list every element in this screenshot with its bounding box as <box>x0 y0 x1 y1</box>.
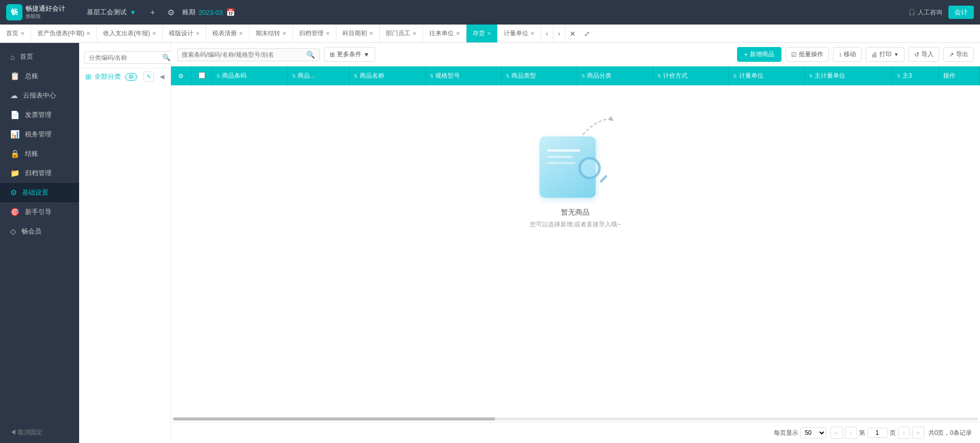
tab-next-button[interactable]: › <box>553 25 566 43</box>
more-filter-button[interactable]: ⊞ 更多条件 ▼ <box>324 47 375 62</box>
tab-inventory[interactable]: 存货 ✕ <box>467 25 498 42</box>
tab-tax[interactable]: 税表清册 ✕ <box>206 25 250 42</box>
all-category-item[interactable]: ⊞ 全部分类 ⚙ ✎ ◀ <box>79 68 170 85</box>
horizontal-scrollbar[interactable] <box>171 416 980 422</box>
add-tab-button[interactable]: ＋ <box>145 5 160 19</box>
last-page-button[interactable]: » <box>912 427 924 439</box>
tab-unit-close[interactable]: ✕ <box>530 31 534 36</box>
sidebar-item-home[interactable]: ⌂ 首页 <box>0 47 79 66</box>
sidebar-label-ledger: 总账 <box>25 72 38 81</box>
sidebar-unpin-button[interactable]: ◀ 取消固定 <box>0 422 79 443</box>
tab-archive-close[interactable]: ✕ <box>326 31 330 36</box>
th-barcode[interactable]: ⇅ 商品条码 <box>212 66 288 85</box>
tab-income[interactable]: 收入支出表(年报) ✕ <box>97 25 163 42</box>
tab-close-all-button[interactable]: ✕ <box>566 25 580 43</box>
sidebar-item-reports[interactable]: ☁ 云报表中心 <box>0 86 79 105</box>
th-type[interactable]: ⇅ 商品类型 <box>501 66 577 85</box>
batch-label: 批量操作 <box>799 50 823 59</box>
product-search-icon[interactable]: 🔍 <box>306 51 315 59</box>
category-search-input[interactable] <box>89 54 160 61</box>
sidebar-item-guide[interactable]: 🎯 新手引导 <box>0 202 79 222</box>
th-price-method[interactable]: ⇅ 计价方式 <box>653 66 729 85</box>
sidebar-item-member[interactable]: ◇ 畅会员 <box>0 222 79 241</box>
th-settings[interactable]: ⚙ <box>171 66 191 85</box>
calendar-icon[interactable]: 📅 <box>226 8 235 16</box>
close-account-icon: 🔒 <box>10 149 20 158</box>
first-page-button[interactable]: « <box>830 427 843 439</box>
th-category[interactable]: ⇅ 商品分类 <box>577 66 653 85</box>
sidebar-item-settings[interactable]: ⚙ 基础设置 <box>0 183 79 202</box>
tab-balance-close[interactable]: ✕ <box>86 31 90 36</box>
page-navigation: « ‹ 第 页 › » <box>830 427 924 439</box>
tab-unit[interactable]: 计量单位 ✕ <box>498 25 541 42</box>
sidebar-label-invoice: 发票管理 <box>25 110 52 120</box>
product-search-input[interactable] <box>182 51 304 58</box>
tab-subject-close[interactable]: ✕ <box>369 31 373 36</box>
tab-home[interactable]: 首页 ✕ <box>0 25 31 42</box>
user-button[interactable]: 会计 <box>948 6 974 19</box>
th-name[interactable]: ⇅ 商品名称 <box>350 66 426 85</box>
tab-dept-close[interactable]: ✕ <box>412 31 416 36</box>
company-selector[interactable]: 基层工会测试 ▼ <box>83 8 140 17</box>
th-checkbox[interactable] <box>191 66 212 85</box>
sidebar-label-archive: 归档管理 <box>25 169 52 178</box>
batch-operation-button[interactable]: ☑ 批量操作 <box>786 47 829 62</box>
tab-partner-close[interactable]: ✕ <box>456 31 460 36</box>
tab-partner[interactable]: 往来单位 ✕ <box>423 25 467 42</box>
tab-period-end-close[interactable]: ✕ <box>282 31 286 36</box>
tab-template[interactable]: 模版设计 ✕ <box>163 25 206 42</box>
empty-row: 暂无商品 您可以选择新增,或者直接导入哦~ <box>171 85 980 260</box>
tab-tax-close[interactable]: ✕ <box>239 31 243 36</box>
select-all-checkbox[interactable] <box>199 72 205 79</box>
total-records: 共0页，0条记录 <box>928 429 972 437</box>
category-search-icon[interactable]: 🔍 <box>162 54 170 61</box>
tab-template-close[interactable]: ✕ <box>195 31 200 36</box>
edit-category-button[interactable]: ✎ <box>143 72 154 82</box>
th-unit[interactable]: ⇅ 计量单位 <box>729 66 805 85</box>
tab-income-close[interactable]: ✕ <box>152 31 156 36</box>
scroll-thumb[interactable] <box>173 417 495 421</box>
table-wrap: ⚙ ⇅ 商品条码 ⇅ 商品... <box>171 66 980 416</box>
tab-period-end[interactable]: 期末结转 ✕ <box>250 25 293 42</box>
th-code-sort-icon: ⇅ <box>292 74 296 79</box>
tab-inventory-close[interactable]: ✕ <box>487 31 491 36</box>
page-number-input[interactable] <box>867 428 888 438</box>
tab-archive[interactable]: 归档管理 ✕ <box>293 25 336 42</box>
sidebar-item-tax[interactable]: 📊 税务管理 <box>0 125 79 144</box>
move-button[interactable]: ↕ 移动 <box>833 47 862 62</box>
print-button[interactable]: 🖨 打印 ▼ <box>866 47 904 62</box>
th-code[interactable]: ⇅ 商品... <box>288 66 350 85</box>
collapse-panel-button[interactable]: ◀ <box>160 73 164 80</box>
tab-balance[interactable]: 资产负债表(中期) ✕ <box>31 25 97 42</box>
import-button[interactable]: ↺ 导入 <box>909 47 939 62</box>
sidebar-item-archive[interactable]: 📁 归档管理 <box>0 164 79 183</box>
all-category-label: 全部分类 <box>94 72 121 81</box>
th-col3[interactable]: ⇅ 主3 <box>892 66 939 85</box>
tab-archive-label: 归档管理 <box>299 29 324 38</box>
import-icon: ↺ <box>914 51 919 58</box>
tab-partner-label: 往来单位 <box>429 29 454 38</box>
tab-expand-button[interactable]: ⤢ <box>580 25 594 43</box>
next-page-button[interactable]: › <box>898 427 910 439</box>
prev-page-button[interactable]: ‹ <box>845 427 857 439</box>
tab-home-close[interactable]: ✕ <box>20 31 24 36</box>
sidebar-item-ledger[interactable]: 📋 总账 <box>0 66 79 86</box>
main-layout: ⌂ 首页 📋 总账 ☁ 云报表中心 📄 发票管理 📊 税务管理 🔒 结账 📁 归… <box>0 43 980 443</box>
export-button[interactable]: ↗ 导出 <box>943 47 974 62</box>
help-link[interactable]: 🎧 人工咨询 <box>908 8 942 17</box>
tab-prev-button[interactable]: ‹ <box>541 25 553 43</box>
tab-subject[interactable]: 科目期初 ✕ <box>336 25 380 42</box>
th-spec[interactable]: ⇅ 规格型号 <box>425 66 501 85</box>
tab-dept[interactable]: 部门员工 ✕ <box>380 25 423 42</box>
add-product-button[interactable]: + 新增商品 <box>737 47 781 62</box>
per-page-select[interactable]: 50 20 100 <box>800 427 826 438</box>
headset-icon: 🎧 <box>908 9 916 16</box>
sidebar-item-invoice[interactable]: 📄 发票管理 <box>0 105 79 125</box>
export-icon: ↗ <box>949 51 954 58</box>
tax-icon: 📊 <box>10 130 20 139</box>
settings-button[interactable]: ⚙ <box>164 5 178 19</box>
sidebar-item-close[interactable]: 🔒 结账 <box>0 144 79 164</box>
tab-dept-label: 部门员工 <box>386 29 410 38</box>
right-panel: 🔍 ⊞ 更多条件 ▼ + 新增商品 ☑ 批量操作 <box>171 43 980 443</box>
th-main-unit[interactable]: ⇅ 主计量单位 <box>804 66 892 85</box>
